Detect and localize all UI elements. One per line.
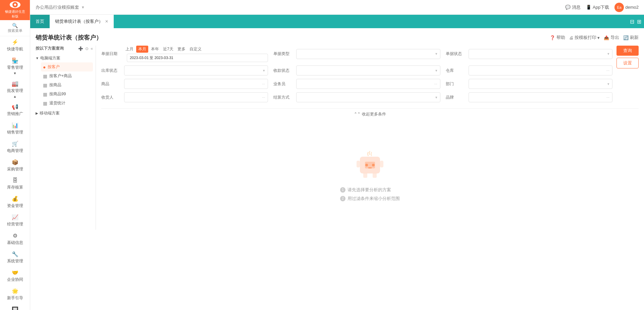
receiver-input[interactable]: ···	[124, 92, 268, 102]
sidebar-item-quicknav[interactable]: ⚡ 快捷导航	[0, 36, 30, 55]
search-menu[interactable]: 🔍 搜索菜单	[0, 20, 30, 36]
sidebar-item-enterprise[interactable]: 🤝 企业协同	[0, 267, 30, 285]
bill-status-input[interactable]: ▾	[469, 49, 612, 59]
sidebar-item-wholesale[interactable]: 🏭 批发管理 ▲	[0, 78, 30, 101]
by-customer-goods-label: 按客户+商品	[49, 73, 72, 79]
messages-btn[interactable]: 💬 消息	[565, 4, 581, 10]
date-label: 单据日期	[101, 51, 121, 57]
receiver-more-icon: ···	[262, 95, 265, 99]
workspace-dropdown-icon[interactable]: ▾	[82, 5, 84, 10]
tab-home[interactable]: 首页	[30, 15, 50, 28]
sidebar-item-appcenter[interactable]: 🔲 应用中心	[0, 304, 30, 310]
filter-warehouse: 仓库 ···	[446, 65, 612, 75]
filter-row-3: 商品 ··· 业务员	[101, 79, 612, 89]
svg-rect-6	[357, 161, 360, 167]
date-tab-custom[interactable]: 自定义	[188, 46, 203, 53]
scheme-settings-icon[interactable]: ⊙	[85, 46, 89, 51]
sidebar-item-operations[interactable]: 📈 经营管理	[0, 211, 30, 230]
return-stat-label: 退货统计	[49, 100, 65, 106]
receipt-status-input[interactable]: ▾	[296, 65, 440, 75]
scheme-item-return-stat[interactable]: ▦ 退货统计	[41, 99, 93, 108]
sidebar-item-ecommerce[interactable]: 🛒 电商管理	[0, 138, 30, 156]
settlement-label: 结算方式	[273, 95, 293, 100]
sidebar-label-inventory: 库存核算	[7, 185, 23, 190]
tab-sales-stat-label: 销货单统计表（按客户）	[55, 18, 103, 24]
department-arrow: ▾	[607, 82, 609, 86]
scheme-panel-header: 按以下方案查询 ➕ ⊙ «	[36, 46, 93, 51]
scheme-add-icon[interactable]: ➕	[78, 46, 83, 51]
date-tab-last-month[interactable]: 上月	[124, 46, 135, 53]
sidebar-item-sales[interactable]: 📊 销售管理	[0, 119, 30, 138]
goods-input[interactable]: ···	[124, 79, 268, 89]
brand-input[interactable]: ···	[469, 92, 612, 102]
bill-type-input[interactable]: ▾	[296, 49, 440, 59]
sidebar-label-ecommerce: 电商管理	[7, 148, 23, 154]
query-btn[interactable]: 查询	[616, 46, 639, 56]
sidebar-item-purchase[interactable]: 📦 采购管理	[0, 156, 30, 175]
tab-sales-stat[interactable]: 销货单统计表（按客户） ✕	[50, 15, 114, 28]
out-status-input[interactable]: ▾	[124, 65, 268, 75]
refresh-btn[interactable]: 🔄 刷新	[623, 35, 639, 41]
sidebar-item-system[interactable]: 🔧 系统管理	[0, 248, 30, 267]
newguide-icon: 🌟	[12, 288, 18, 294]
collapse-bar[interactable]: ⌃⌃ 收起更多条件	[101, 108, 639, 120]
user-menu[interactable]: Ea demo2	[614, 3, 639, 12]
department-input[interactable]: ▾	[469, 79, 612, 89]
date-tab-more[interactable]: 更多	[176, 46, 187, 53]
scheme-group-mobile-header[interactable]: ▶ 移动端方案	[36, 109, 93, 117]
tab-maximize-icon[interactable]: ⊞	[637, 18, 641, 25]
basic-icon: ⚙	[13, 232, 17, 239]
sidebar-item-newguide[interactable]: 🌟 新手引导	[0, 285, 30, 304]
scheme-item-by-goods[interactable]: ▦ 按商品	[41, 81, 93, 90]
filter-settlement: 结算方式 ▾	[273, 92, 440, 102]
date-tab-last-7[interactable]: 近7天	[162, 46, 175, 53]
sidebar-item-finance[interactable]: 💰 资金管理	[0, 193, 30, 211]
bill-type-label: 单据类型	[273, 51, 293, 57]
ecommerce-icon: 🛒	[12, 141, 18, 147]
scheme-item-by-customer-goods[interactable]: ▦ 按客户+商品	[41, 71, 93, 81]
template-print-btn[interactable]: 🖨 按模板打印 ▾	[569, 35, 600, 41]
sidebar-item-retail[interactable]: 🏪 零售管理 ▼	[0, 55, 30, 78]
date-range-input[interactable]: 2023-03-01 至 2023-03-31	[127, 54, 268, 62]
sidebar-item-marketing[interactable]: 📢 营销推广	[0, 101, 30, 119]
scheme-group-desktop: ▼ 电脑端方案 ● 按客户 ▦ 按客户+商品	[36, 54, 93, 108]
settlement-input[interactable]: ▾	[296, 92, 440, 102]
scheme-group-desktop-header[interactable]: ▼ 电脑端方案	[36, 54, 93, 62]
settlement-arrow: ▾	[435, 95, 437, 100]
salesperson-label: 业务员	[273, 81, 293, 87]
app-download-btn[interactable]: 📱 App下载	[586, 4, 609, 10]
scheme-item-by-customer[interactable]: ● 按客户	[41, 62, 93, 71]
date-tab-this-month[interactable]: 本月	[136, 46, 148, 53]
brand-more-icon: ···	[606, 95, 609, 99]
tip-text-2: 用过滤条件来缩小分析范围	[347, 194, 400, 203]
sidebar-label-basic: 基础信息	[7, 240, 23, 246]
help-label: 帮助	[556, 35, 565, 41]
settings-btn[interactable]: 设置	[616, 58, 639, 68]
filter-results-panel: 单据日期 上月 本月 本年 近7天 更多 自定义	[101, 46, 639, 230]
bill-status-label: 单据状态	[446, 51, 466, 57]
warehouse-input[interactable]: ···	[469, 65, 612, 75]
logo-icon	[10, 1, 20, 8]
system-icon: 🔧	[12, 251, 18, 257]
messages-label: 消息	[572, 4, 581, 10]
salesperson-input[interactable]: ···	[296, 79, 440, 89]
date-tab-this-year[interactable]: 本年	[150, 46, 160, 53]
purchase-icon: 📦	[12, 159, 18, 165]
tab-minimize-icon[interactable]: ⊟	[630, 18, 634, 25]
export-btn[interactable]: 📤 导出	[604, 35, 619, 41]
sidebar-item-basic[interactable]: ⚙ 基础信息	[0, 230, 30, 248]
empty-illustration	[350, 147, 390, 180]
out-status-arrow: ▾	[263, 68, 265, 73]
warehouse-more-icon: ···	[606, 68, 609, 72]
app-download-label: App下载	[593, 4, 609, 10]
scheme-item-by-goods-99[interactable]: ▦ 按商品99	[41, 90, 93, 99]
scheme-collapse-icon[interactable]: «	[91, 46, 93, 51]
by-goods-99-label: 按商品99	[49, 91, 66, 97]
sidebar-label-system: 系统管理	[7, 258, 23, 264]
help-btn[interactable]: ❓ 帮助	[550, 35, 565, 41]
tab-close-icon[interactable]: ✕	[105, 19, 108, 24]
page-title: 销货单统计表（按客户）	[36, 34, 102, 42]
svg-rect-5	[368, 167, 372, 168]
print-icon: 🖨	[569, 35, 574, 40]
sidebar-item-inventory[interactable]: 🗄 库存核算	[0, 175, 30, 193]
